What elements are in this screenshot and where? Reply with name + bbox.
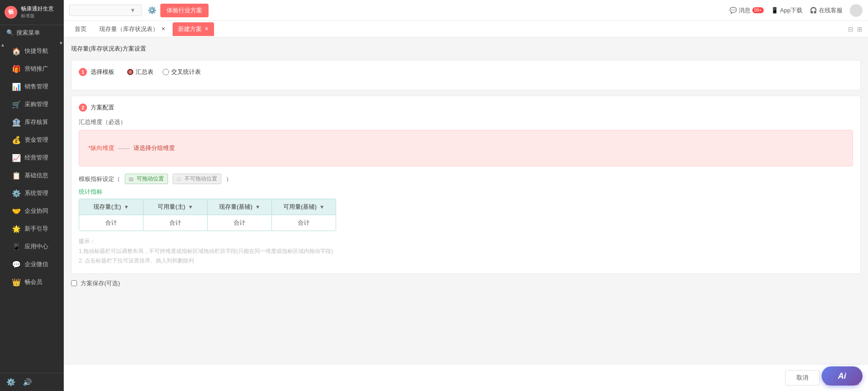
save-plan-checkbox[interactable] [71,280,77,286]
step1-card: 1 选择模板 汇总表 交叉统计表 [71,60,861,90]
stat-col-2-header[interactable]: 可用量(主) ▼ [143,199,207,215]
tips-line1: 1.拖动标题栏可以调整布局，不可跨维度或指标区域拖动栏目字段(只能在同一维度或指… [79,248,333,254]
search-icon: 🔍 [6,29,14,36]
stat-col-3-body: 合计 [208,215,271,231]
trial-btn[interactable]: 体验行业方案 [160,4,209,17]
dimension-required-text: *纵向维度 [88,144,114,152]
sidebar-item-new-guide[interactable]: 🌟 新手引导 [5,220,58,238]
sidebar-item-app-center[interactable]: 📱 应用中心 [5,238,58,256]
sidebar-item-label: 应用中心 [25,242,48,251]
sidebar-item-label: 企业微信 [25,260,48,268]
sidebar-item-finance[interactable]: 💰 资金管理 [5,131,58,149]
tab-new-plan-close[interactable]: ✕ [204,26,209,32]
sidebar-item-wechat[interactable]: 💬 企业微信 [5,256,58,273]
handshake-icon: 🤝 [12,207,21,216]
bank-icon: 🏦 [12,118,21,127]
sidebar-scroll-up[interactable]: ▲ [0,42,5,47]
sidebar-item-inventory[interactable]: 🏦 库存核算 [5,113,58,131]
tab-expand-icon[interactable]: ⊞ [857,26,863,33]
stat-col-3-chevron[interactable]: ▼ [255,204,260,210]
indicator-settings-row: 模板指标设定（ 可拖动位置 不可拖动位置 ） [79,174,853,184]
no-drag-label: 不可拖动位置 [184,175,217,183]
sidebar-item-label: 采购管理 [25,100,48,108]
sidebar-item-label: 资金管理 [25,136,48,144]
sidebar-nav: 🏠 快捷导航 🎁 营销推广 📊 销售管理 🛒 采购管理 🏦 库存核算 💰 [5,41,58,293]
stat-col-3-header[interactable]: 现存量(基辅) ▼ [208,199,271,215]
ai-bubble[interactable]: Ai [822,366,863,386]
dimension-box[interactable]: *纵向维度 —— 请选择分组维度 [79,130,853,166]
stat-col-4: 可用量(基辅) ▼ 合计 [272,199,336,231]
tab-minimize-icon[interactable]: ⊟ [848,26,853,33]
drag-label: 可拖动位置 [137,175,164,183]
sidebar-item-sales[interactable]: 📊 销售管理 [5,78,58,96]
drag-chip: 可拖动位置 [125,174,168,184]
sidebar-item-member[interactable]: 👑 畅会员 [5,273,58,291]
tab-new-plan-label: 新建方案 [178,25,202,33]
sidebar-item-marketing[interactable]: 🎁 营销推广 [5,60,58,78]
indicator-settings-prefix: 模板指标设定（ [79,175,120,183]
home-icon: 🏠 [12,47,21,56]
stat-col-1-chevron[interactable]: ▼ [124,204,129,210]
sidebar: 畅 畅康通好生意 标准版 🔍 搜索菜单 ▲ 🏠 快捷导航 🎁 营销推广 📊 销售… [0,0,64,391]
stat-col-4-body: 合计 [272,215,336,231]
sidebar-item-purchase[interactable]: 🛒 采购管理 [5,96,58,113]
save-plan-label: 方案保存(可选) [81,279,120,288]
stat-col-4-header[interactable]: 可用量(基辅) ▼ [272,199,336,215]
main-area: ▼ ⚙️ 体验行业方案 💬 消息 99+ 📱 App下载 🎧 在线客服 [64,0,868,391]
step1-header: 1 选择模板 汇总表 交叉统计表 [79,68,853,76]
topbar-gear-icon[interactable]: ⚙️ [148,6,157,15]
tab-inventory-close[interactable]: ✕ [161,26,165,32]
sidebar-search[interactable]: 🔍 搜索菜单 [0,25,64,41]
tab-home[interactable]: 首页 [69,22,92,36]
topbar-search-chevron[interactable]: ▼ [130,7,136,14]
sidebar-item-quick-nav[interactable]: 🏠 快捷导航 [5,42,58,60]
tab-inventory-status[interactable]: 现存量（库存状况表） ✕ [94,22,171,36]
app-name: 畅康通好生意 [21,5,54,13]
radio-summary[interactable]: 汇总表 [127,68,153,76]
topbar-message[interactable]: 💬 消息 99+ [730,6,764,15]
step2-badge: 2 [79,103,87,112]
step2-header: 2 方案配置 [79,103,853,112]
tab-new-plan[interactable]: 新建方案 ✕ [173,22,214,36]
radio-summary-input[interactable] [127,69,133,75]
sidebar-scroll-down[interactable]: ▼ [59,41,63,46]
stat-col-2-chevron[interactable]: ▼ [188,204,193,210]
message-badge: 99+ [752,7,764,13]
settings-icon[interactable]: ⚙️ [6,378,15,386]
step1-title: 选择模板 [91,68,114,76]
topbar-user[interactable] [850,4,863,17]
radio-cross[interactable]: 交叉统计表 [163,68,201,76]
sidebar-item-label: 库存核算 [25,118,48,126]
sidebar-item-operations[interactable]: 📈 经营管理 [5,149,58,167]
topbar-search-box[interactable]: ▼ [69,5,142,16]
stat-col-2-title: 可用量(主) [158,203,185,211]
topbar-service[interactable]: 🎧 在线客服 [810,6,842,15]
sidebar-item-system[interactable]: ⚙️ 系统管理 [5,185,58,202]
sidebar-item-enterprise[interactable]: 🤝 企业协同 [5,202,58,220]
topbar-app-download[interactable]: 📱 App下载 [771,6,802,15]
stat-col-1-title: 现存量(主) [93,203,121,211]
footer-bar: 取消 查询 [64,364,868,391]
sidebar-item-label: 销售管理 [25,82,48,91]
service-label: 在线客服 [819,6,842,15]
topbar-right: 💬 消息 99+ 📱 App下载 🎧 在线客服 [730,4,863,17]
stat-col-4-title: 可用量(基辅) [283,203,317,211]
message-icon: 💬 [730,7,737,14]
page-title: 现存量(库存状况表)方案设置 [71,45,861,53]
tips-title: 提示： [79,238,95,244]
mobile-icon: 📱 [12,242,21,251]
user-avatar [850,4,863,17]
crown-icon: 👑 [12,278,21,287]
stat-col-1-header[interactable]: 现存量(主) ▼ [79,199,143,215]
radio-cross-input[interactable] [163,69,169,75]
cancel-button[interactable]: 取消 [785,370,820,386]
topbar-search-input[interactable] [73,7,128,14]
stat-col-4-chevron[interactable]: ▼ [319,204,324,210]
app-name-block: 畅康通好生意 标准版 [21,5,54,19]
page-content: 现存量(库存状况表)方案设置 1 选择模板 汇总表 交叉统计表 [64,37,868,364]
volume-icon[interactable]: 🔊 [23,378,32,386]
save-plan-row: 方案保存(可选) [71,279,861,288]
sidebar-item-basic-info[interactable]: 📋 基础信息 [5,167,58,185]
sidebar-item-label: 快捷导航 [25,47,48,55]
sidebar-item-label: 系统管理 [25,189,48,197]
